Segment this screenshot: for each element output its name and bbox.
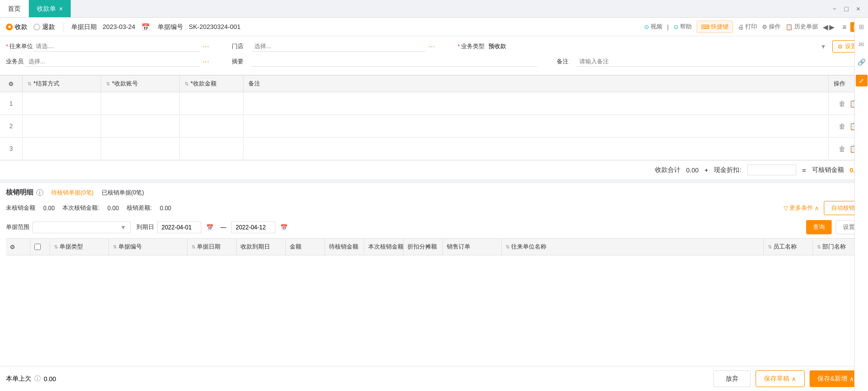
refund-label: 退款 [42,23,55,31]
prev-arrow[interactable]: ◀ [823,23,828,31]
sidebar-link-icon[interactable]: 🔗 [857,57,867,67]
row1-settlement[interactable] [23,92,101,114]
total-value: 0.00 [686,167,699,174]
delete-icon-1[interactable]: 🗑 [839,100,845,108]
this-time-label: 本次核销金额: [62,204,99,212]
operation-icon: ⚙ [762,24,767,30]
row3-amount[interactable] [180,138,244,160]
bth-due-date: 收款到期日 [237,239,286,255]
delete-icon-2[interactable]: 🗑 [839,122,845,130]
remark-input[interactable] [576,56,862,67]
range-dropdown-arrow: ▼ [120,224,126,231]
discount-label: 现金折扣: [714,166,741,174]
calendar-icon-to[interactable]: 📅 [280,224,288,231]
video-btn[interactable]: ⊙ 视频 [644,23,662,31]
more-conditions-btn[interactable]: ▽ 更多条件 ∧ [784,204,819,212]
video-icon: ⊙ [644,24,649,30]
store-input[interactable] [251,41,426,52]
bth-checkbox[interactable] [30,239,50,255]
th-amount: ⇅ *收款金额 [180,76,244,92]
due-from-input[interactable] [157,222,201,233]
list-view-btn[interactable]: ≡ [840,22,849,32]
discount-input[interactable] [747,165,796,175]
diff-label: 核销差额: [127,204,152,212]
tab-bar: 首页 收款单 × － □ × [0,0,868,18]
row2-account[interactable] [101,115,180,137]
store-label: 门店 [232,42,251,51]
counterpart-input[interactable] [33,41,200,52]
calendar-icon[interactable]: 📅 [141,23,150,31]
next-arrow[interactable]: ▶ [829,23,835,31]
date-value: 2023-03-24 [103,23,136,30]
refund-radio[interactable]: 退款 [33,23,55,31]
counterpart-more-icon[interactable]: ··· [200,42,212,51]
row3-num: 3 [0,138,23,160]
sidebar-email-icon[interactable]: ✉ [857,39,867,49]
bth-discount: 折扣分摊额 [404,239,443,255]
th-settlement: ⇅ *结算方式 [23,76,101,92]
row3-settlement[interactable] [23,138,101,160]
sidebar-expand-icon[interactable]: ⤢ [856,75,868,86]
nav-arrows: ◀ ▶ [823,23,835,31]
row2-amount[interactable] [180,115,244,137]
date-field: 单据日期 2023-03-24 📅 [71,23,150,31]
salesperson-input[interactable] [26,56,200,67]
discard-button[interactable]: 放弃 [713,370,751,387]
chevron-up-icon: ∧ [814,205,819,212]
uncanceled-value: 0.00 [43,205,54,212]
verify-section: 核销明细 i 待核销单据(0笔) 已核销单据(0笔) 未核销金额 0.00 本次… [0,179,868,366]
biz-dropdown-arrow[interactable]: ▼ [820,43,826,50]
main-container: 收款 退款 单据日期 2023-03-24 📅 单据编号 SK-20230324… [0,18,868,391]
row3-account[interactable] [101,138,180,160]
help-btn[interactable]: ⊙ 帮助 [674,23,692,31]
this-order-info-icon[interactable]: ⓘ [34,374,41,383]
range-select[interactable]: ▼ [32,222,131,233]
minimize-button[interactable]: － [831,5,839,13]
row2-settlement[interactable] [23,115,101,137]
th-settings[interactable]: ⚙ [0,76,23,92]
operation-btn[interactable]: ⚙ 操作 [762,23,781,31]
table-row: 3 🗑 📋 [0,138,868,160]
verifiable-label: 可核销金额 [812,166,844,174]
row1-account[interactable] [101,92,180,114]
query-button[interactable]: 查询 [806,220,832,234]
store-more-icon[interactable]: ··· [426,42,438,51]
total-label: 收款合计 [655,166,680,174]
shortcut-btn[interactable]: ⌨ 快捷键 [697,21,733,33]
row1-remark[interactable] [244,92,829,114]
table-header: ⚙ ⇅ *结算方式 ⇅ *收款账号 ⇅ *收款金额 备注 操作 [0,75,868,92]
bottom-info: 本单上欠 ⓘ 0.00 [6,374,56,383]
range-label: 单据范围 [6,223,29,231]
sidebar-table-icon[interactable]: ⊞ [857,22,867,31]
th-settlement-label: *结算方式 [33,80,59,88]
summary-label: 摘要 [232,57,251,66]
row2-remark[interactable] [244,115,829,137]
row1-amount[interactable] [180,92,244,114]
select-all-checkbox[interactable] [34,244,41,250]
done-tab[interactable]: 已核销单据(0笔) [102,189,144,197]
history-btn[interactable]: 📋 历史单据 [786,23,818,31]
info-icon[interactable]: i [36,189,43,196]
pending-tab[interactable]: 待核销单据(0笔) [51,189,94,197]
th-account-label: *收款账号 [112,80,138,88]
close-icon[interactable]: × [59,5,63,13]
due-to-input[interactable] [231,222,275,233]
delete-icon-3[interactable]: 🗑 [839,145,845,153]
receipt-radio[interactable]: 收款 [6,23,27,31]
print-btn[interactable]: 🖨 打印 [738,23,757,31]
verify-stats: 未核销金额 0.00 本次核销金额: 0.00 核销差额: 0.00 ▽ 更多条… [6,201,862,215]
tab-home[interactable]: 首页 [0,0,29,17]
maximize-button[interactable]: □ [842,5,850,13]
calendar-icon-from[interactable]: 📅 [206,224,214,231]
close-window-button[interactable]: × [854,5,862,13]
verify-title: 核销明细 i [6,188,43,197]
form-area: * 往来单位 ··· 门店 ··· * 业务类型 预收款 ▼ ⚙ 设置 [0,36,868,75]
print-label: 打印 [745,23,757,31]
summary-input[interactable] [251,56,537,67]
save-draft-button[interactable]: 保存草稿 ∧ [756,370,805,387]
th-remark: 备注 [244,76,829,92]
tab-receipt[interactable]: 收款单 × [29,0,71,17]
bth-settings[interactable]: ⚙ [6,239,30,255]
salesperson-more-icon[interactable]: ··· [200,57,212,66]
row3-remark[interactable] [244,138,829,160]
